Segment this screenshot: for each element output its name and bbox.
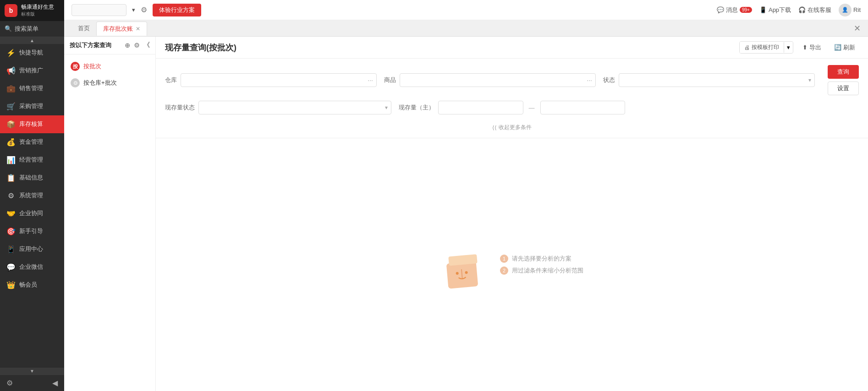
sidebar-item-marketing[interactable]: 📢 营销推广	[0, 62, 64, 80]
right-panel: 现存量查询(按批次) 🖨 按模板打印 ▾ ⬆ 导出 🔄	[156, 37, 868, 391]
sidebar-item-wechat[interactable]: 💬 企业微信	[0, 258, 64, 276]
settings-plan-icon[interactable]: ⚙	[134, 42, 140, 49]
app-download-btn[interactable]: 📱 App下载	[759, 6, 791, 14]
plan-item-by-batch[interactable]: 按 按批次	[64, 58, 155, 75]
settings-btn[interactable]: 设置	[828, 81, 859, 95]
inventory-status-select[interactable]	[198, 101, 391, 114]
collapse-btn[interactable]: ⟨⟨ 收起更多条件	[492, 124, 532, 131]
sidebar-scroll-up[interactable]: ▲	[0, 37, 64, 44]
messages-btn[interactable]: 💬 消息 99+	[717, 6, 752, 14]
sidebar-item-newbie[interactable]: 🎯 新手引导	[0, 223, 64, 240]
app-version: 标准版	[21, 11, 54, 17]
status-select[interactable]	[619, 73, 815, 87]
warehouse-more-icon[interactable]: ···	[368, 76, 373, 84]
left-panel-header: 按以下方案查询 ⊕ ⚙ 《	[64, 37, 155, 54]
sidebar-item-business[interactable]: 📊 经营管理	[0, 151, 64, 169]
export-btn[interactable]: ⬆ 导出	[799, 42, 825, 54]
topbar-gear-icon[interactable]: ⚙	[141, 5, 147, 14]
filter-item-status: 状态 ▾	[603, 73, 815, 87]
main-area: ▾ ⚙ 体验行业方案 💬 消息 99+ 📱 App下载 🎧 在线客服 👤	[64, 0, 868, 391]
avatar-image: 👤	[842, 7, 848, 13]
left-panel-title: 按以下方案查询	[70, 41, 111, 49]
sidebar-label-newbie: 新手引导	[19, 227, 43, 235]
add-plan-icon[interactable]: ⊕	[125, 42, 130, 49]
finance-icon: 💰	[6, 138, 16, 147]
topbar-search-input[interactable]	[71, 4, 126, 16]
plan-icon-batch: 按	[71, 62, 80, 71]
warehouse-label: 仓库	[165, 76, 177, 84]
wechat-icon: 💬	[6, 263, 16, 272]
collapse-sidebar-icon[interactable]: ◀	[52, 379, 58, 387]
sidebar-item-purchase[interactable]: 🛒 采购管理	[0, 98, 64, 115]
sidebar-item-system[interactable]: ⚙ 系统管理	[0, 187, 64, 205]
sales-icon: 💼	[6, 84, 16, 93]
close-panel-icon[interactable]: ✕	[854, 23, 861, 33]
tab-inventory-batch[interactable]: 库存批次账 ✕	[96, 22, 147, 36]
collapse-up-icon: ⟨⟨	[492, 125, 497, 131]
sidebar-item-apps[interactable]: 📱 应用中心	[0, 240, 64, 258]
empty-hint-1: 1 请先选择要分析的方案	[500, 255, 583, 263]
messages-badge: 99+	[740, 7, 752, 13]
business-icon: 📊	[6, 156, 16, 164]
plan-label-warehouse: 按仓库+批次	[83, 79, 117, 87]
export-icon: ⬆	[802, 44, 808, 51]
messages-label: 消息	[726, 6, 738, 14]
sidebar-item-enterprise[interactable]: 🤝 企业协同	[0, 205, 64, 223]
refresh-icon: 🔄	[834, 44, 841, 51]
refresh-btn[interactable]: 🔄 刷新	[830, 42, 859, 54]
sidebar-label-sales: 销售管理	[19, 84, 43, 92]
sidebar-item-basic[interactable]: 📋 基础信息	[0, 169, 64, 187]
empty-hint-2: 2 用过滤条件来缩小分析范围	[500, 266, 583, 275]
basic-icon: 📋	[6, 174, 16, 182]
sidebar-item-inventory[interactable]: 📦 库存核算	[0, 115, 64, 133]
filter-item-warehouse: 仓库 ···	[165, 73, 377, 87]
sidebar-label-enterprise: 企业协同	[19, 209, 43, 217]
enterprise-icon: 🤝	[6, 209, 16, 218]
filter-item-inventory-status: 现存量状态 ▾	[165, 101, 391, 114]
hint-2-num: 2	[500, 266, 508, 275]
quantity-label: 现存量（主）	[399, 103, 434, 112]
sidebar-header: b 畅康通好生意 标准版	[0, 0, 64, 21]
product-input[interactable]	[400, 73, 596, 87]
tab-home[interactable]: 首页	[71, 22, 96, 35]
filter-row-1: 仓库 ··· 商品 ··· 状态	[165, 65, 859, 95]
online-service-label: 在线客服	[808, 6, 831, 14]
print-arrow-btn[interactable]: ▾	[784, 42, 793, 53]
sidebar-scroll-down[interactable]: ▼	[0, 368, 64, 375]
app-name: 畅康通好生意	[21, 4, 54, 11]
settings-icon[interactable]: ⚙	[6, 379, 13, 387]
sidebar-item-sales[interactable]: 💼 销售管理	[0, 80, 64, 98]
sidebar-label-inventory: 库存核算	[19, 120, 43, 128]
query-btn[interactable]: 查询	[828, 65, 859, 79]
quantity-from-input[interactable]	[438, 101, 523, 114]
quantity-to-wrapper	[540, 101, 626, 114]
product-more-icon[interactable]: ···	[587, 76, 592, 84]
sidebar-item-shortcut[interactable]: ⚡ 快捷导航	[0, 44, 64, 62]
product-label: 商品	[384, 76, 396, 84]
sidebar-search[interactable]: 🔍 搜索菜单	[0, 21, 64, 37]
page-header: 现存量查询(按批次) 🖨 按模板打印 ▾ ⬆ 导出 🔄	[156, 37, 868, 59]
messages-icon: 💬	[717, 6, 724, 13]
sidebar-label-basic: 基础信息	[19, 174, 43, 182]
system-icon: ⚙	[6, 191, 16, 200]
experience-btn[interactable]: 体验行业方案	[153, 4, 201, 16]
topbar-dropdown[interactable]: ▾	[132, 6, 135, 13]
shortcut-icon: ⚡	[6, 49, 16, 57]
empty-text: 1 请先选择要分析的方案 2 用过滤条件来缩小分析范围	[500, 255, 583, 275]
tab-home-label: 首页	[78, 24, 90, 33]
app-logo: b	[5, 4, 17, 17]
quantity-to-input[interactable]	[540, 101, 626, 114]
sidebar-item-finance[interactable]: 💰 资金管理	[0, 133, 64, 151]
online-service-btn[interactable]: 🎧 在线客服	[798, 6, 831, 14]
user-profile[interactable]: 👤 Rit	[839, 4, 861, 16]
hint-2-text: 用过滤条件来缩小分析范围	[512, 266, 583, 275]
tab-close-icon[interactable]: ✕	[136, 26, 140, 32]
collapse-left-icon[interactable]: 《	[143, 41, 150, 49]
phone-icon: 📱	[759, 6, 767, 13]
print-btn[interactable]: 🖨 按模板打印	[740, 42, 784, 53]
plan-list: 按 按批次 ⊙ 按仓库+批次	[64, 54, 155, 95]
warehouse-input[interactable]	[181, 73, 377, 87]
sidebar-label-shortcut: 快捷导航	[19, 49, 43, 57]
sidebar-item-member[interactable]: 👑 畅会员	[0, 276, 64, 294]
plan-item-by-warehouse-batch[interactable]: ⊙ 按仓库+批次	[64, 75, 155, 91]
